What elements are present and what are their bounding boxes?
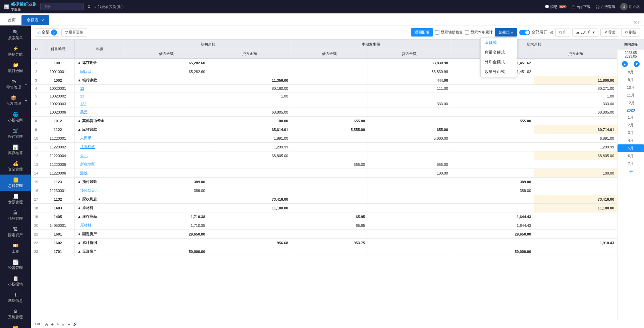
- format-option-amount[interactable]: 金额式: [481, 38, 517, 48]
- period-month-jul[interactable]: 7月: [618, 160, 644, 168]
- sidebar-item-ecommerce[interactable]: 🌐 小畅电商: [0, 109, 31, 125]
- cell-current-credit: 333.00: [368, 100, 451, 108]
- period-month-oct[interactable]: 10月: [618, 84, 644, 91]
- period-month-jan[interactable]: 1月: [618, 114, 644, 121]
- sidebar-item-retail[interactable]: 🛍 零售管理 ▼: [0, 76, 31, 92]
- retail-icon: 🛍: [11, 79, 16, 84]
- sidebar-item-sales-report[interactable]: 📋 小畅报销: [0, 273, 31, 289]
- tab-close-icon[interactable]: ✕: [41, 18, 44, 22]
- window-close-btn[interactable]: ✕: [633, 20, 637, 25]
- status-lang: 英: [45, 322, 48, 327]
- toggle-control[interactable]: [519, 30, 530, 35]
- filter-all-box[interactable]: ◁ 全部 ▷: [35, 28, 59, 37]
- app-download-btn[interactable]: 📱 App下载: [571, 4, 591, 9]
- app-icon: 📊: [4, 4, 9, 9]
- print-btn[interactable]: 打印: [555, 28, 570, 37]
- cell-code: 1123: [41, 178, 75, 186]
- th-settings[interactable]: ⚙: [31, 40, 41, 59]
- message-btn[interactable]: 💬 消息 99+: [545, 4, 567, 9]
- format-btn[interactable]: 金额式 ∧: [495, 28, 517, 37]
- ledger-icon: 📒: [13, 177, 18, 183]
- period-month-apr[interactable]: 4月: [618, 137, 644, 144]
- period-month-dec[interactable]: 12月: [618, 99, 644, 107]
- refresh-btn[interactable]: ↺ 刷新: [621, 28, 640, 37]
- sidebar-item-wholesale[interactable]: 📦 批发管理 ▼: [0, 92, 31, 109]
- quick-nav-icon: ⚡: [13, 46, 18, 51]
- sidebar-item-operations[interactable]: 📈 经营管理: [0, 257, 31, 273]
- ytd-checkbox[interactable]: [465, 30, 469, 35]
- sidebar-item-inventory[interactable]: 📊 库存核算: [0, 142, 31, 158]
- ytd-checkbox-label[interactable]: 显示本年累计: [465, 30, 493, 35]
- sidebar-item-tax[interactable]: 🏛 税务管理: [0, 207, 31, 224]
- tab-home[interactable]: 首页: [3, 15, 21, 25]
- period-month-aug[interactable]: 8月: [618, 68, 644, 76]
- filter-nav-btn[interactable]: ▷: [51, 29, 57, 36]
- wholesale-arrow-icon: ▼: [24, 99, 28, 103]
- cell-opening-debit: [125, 117, 208, 125]
- current-debit-label: 借方金额: [322, 52, 337, 56]
- sidebar-item-assets[interactable]: 🏗 固定资产: [0, 224, 31, 240]
- print-label: 打印: [559, 30, 567, 35]
- sidebar-item-basic-info[interactable]: ℹ 基础信息: [0, 289, 31, 306]
- period-next-btn[interactable]: ▼: [634, 61, 640, 67]
- sidebar-item-capital[interactable]: 💰 资金管理: [0, 158, 31, 175]
- cell-row-num: 6: [31, 100, 41, 108]
- sidebar-item-cooperation[interactable]: 🤝 企业协同: [0, 322, 31, 328]
- period-collapse[interactable]: ◎: [618, 169, 644, 174]
- period-month-may[interactable]: 5月: [618, 144, 644, 152]
- cell-opening-credit: [208, 169, 291, 178]
- cell-row-num: 22: [31, 239, 41, 247]
- sidebar-item-search[interactable]: 🔍 搜索菜单: [0, 27, 31, 43]
- sidebar-item-ledger[interactable]: 📒 总账管理: [0, 175, 31, 191]
- format-option-foreign-amount[interactable]: 外币金额式: [481, 57, 517, 67]
- cell-current-debit: [291, 76, 368, 85]
- th-opening-debit: 借方金额: [125, 49, 208, 59]
- table-row: 9 1122 ▲ 应收账款 65,614.01 5,555.00 655.00 …: [31, 125, 617, 134]
- cell-code: 11220001: [41, 134, 75, 143]
- expand-more-btn[interactable]: ▽ 展开更多: [61, 28, 87, 37]
- period-month-nov[interactable]: 11月: [618, 91, 644, 99]
- table-row: 14 11220006 游戏 100.00 100.00: [31, 169, 617, 178]
- table-settings-icon[interactable]: ⚙: [35, 47, 38, 51]
- period-collapse-icon[interactable]: ◎: [629, 169, 633, 174]
- sidebar-item-system[interactable]: ⚙ 系统管理: [0, 306, 31, 322]
- sidebar-assets-label: 固定资产: [8, 233, 23, 238]
- cell-opening-debit: [125, 92, 208, 100]
- expand-all-toggle[interactable]: 全部展开: [519, 29, 547, 35]
- cell-opening-credit: 11,100.00: [208, 204, 291, 212]
- cell-code: 1132: [41, 195, 75, 204]
- export-btn[interactable]: ↗ 导出: [600, 28, 619, 37]
- format-option-qty-foreign[interactable]: 数量外币式: [481, 67, 517, 77]
- window-maximize-btn[interactable]: □: [639, 20, 641, 25]
- settings-gear-icon[interactable]: ⚙: [87, 4, 91, 9]
- cell-current-credit: 655.00: [368, 125, 451, 134]
- back-old-btn[interactable]: 退回旧版: [411, 28, 433, 37]
- invoice-icon: 🧾: [13, 194, 18, 199]
- table-row: 11 11220002 往来标签 1,299.99 1,299.99: [31, 143, 617, 151]
- aux-checkbox[interactable]: [435, 30, 439, 35]
- cell-current-credit: 33,830.98: [368, 67, 451, 76]
- cell-opening-credit: 11,356.00: [208, 76, 291, 85]
- demo-link[interactable]: ○ 我要看实例演示: [94, 4, 124, 9]
- refresh-label: 刷新: [629, 30, 636, 35]
- sidebar-item-quick-nav[interactable]: ⚡ 快捷导航: [0, 43, 31, 60]
- aux-checkbox-label[interactable]: 显示辅助核算: [435, 30, 463, 35]
- sidebar-item-purchase[interactable]: 🛒 采购管理: [0, 125, 31, 142]
- format-option-qty-amount[interactable]: 数量金额式: [481, 48, 517, 57]
- period-prev-btn[interactable]: ▲: [622, 61, 628, 67]
- sidebar-item-invoice[interactable]: 🧾 发票管理: [0, 191, 31, 207]
- cloud-print-btn[interactable]: ☁ 云打印 ▾: [572, 28, 598, 37]
- period-month-sep[interactable]: 9月: [618, 76, 644, 84]
- period-month-mar[interactable]: 3月: [618, 129, 644, 137]
- online-service-btn[interactable]: 🎧 在线客服: [595, 4, 615, 9]
- tab-balance[interactable]: 余额表 ✕: [21, 15, 49, 25]
- sidebar-item-project[interactable]: 📁 项目合同: [0, 60, 31, 76]
- period-month-feb[interactable]: 2月: [618, 121, 644, 129]
- top-search-input[interactable]: [40, 3, 84, 10]
- period-month-jun[interactable]: 6月: [618, 152, 644, 160]
- cell-closing-debit: [451, 169, 534, 178]
- sidebar-item-salary[interactable]: 💴 工资: [0, 240, 31, 257]
- headset-icon: 🎧: [595, 5, 600, 9]
- user-menu[interactable]: U 用户名: [620, 3, 640, 10]
- cell-row-num: 21: [31, 230, 41, 239]
